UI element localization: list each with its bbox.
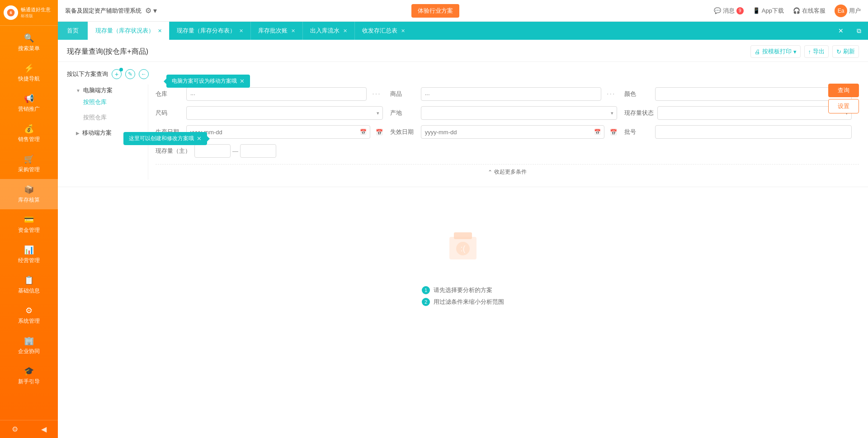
sidebar-item-label-guide: 新手引导 [18,378,40,386]
tab-stock-dist-close[interactable]: ✕ [239,28,243,34]
sidebar-item-finance[interactable]: 💳 资金管理 [0,209,58,240]
close-tab-btn[interactable]: ✕ [832,22,850,40]
operation-icon: 📊 [24,245,34,255]
warehouse-input[interactable] [186,87,367,101]
tab-stock-dist[interactable]: 现存量（库存分布表） ✕ [169,22,250,40]
message-badge: 9 [736,7,744,14]
online-service-btn[interactable]: 🎧 在线客服 [793,7,826,15]
sidebar-item-enterprise[interactable]: 🏢 企业协同 [0,330,58,361]
print-btn[interactable]: 🖨 按模板打印 ▾ [750,45,801,58]
system-icon: ⚙ [25,306,33,316]
sidebar-item-inventory[interactable]: 📦 库存核算 [0,179,58,209]
page-content: 现存量查询(按仓库+商品) 🖨 按模板打印 ▾ ↑ 导出 ↻ [58,40,868,438]
sidebar-item-basic-info[interactable]: 📋 基础信息 [0,270,58,300]
step-num-1: 1 [422,286,430,294]
tab-batch-ledger[interactable]: 库存批次账 ✕ [250,22,302,40]
sidebar-item-purchase[interactable]: 🛒 采购管理 [0,149,58,179]
refresh-icon: ↻ [836,48,841,55]
size-label: 尺码 [156,109,183,117]
print-icon: 🖨 [755,48,760,55]
message-icon: 💬 [714,7,721,14]
sidebar-item-quick-nav[interactable]: ⚡ 快捷导航 [0,58,58,88]
tree-arrow-mobile: ▶ [76,131,80,136]
prod-date-input[interactable] [186,125,370,139]
industry-plan-btn[interactable]: 体验行业方案 [411,4,459,18]
tab-stock-dist-label: 现存量（库存分布表） [177,27,236,35]
search-btn[interactable]: 查询 [828,84,859,97]
user-menu-btn[interactable]: Ea 用户 [835,5,861,17]
popover-create-close[interactable]: ✕ [197,135,202,142]
app-download-btn[interactable]: 📱 App下载 [753,7,784,15]
sidebar-item-guide[interactable]: 🎓 新手引导 [0,361,58,391]
sidebar-item-label-operation: 经营管理 [18,257,40,264]
logo-text-block: 畅通道好生意 标准版 [21,6,51,19]
collapse-sidebar-btn[interactable]: ◀ [41,425,47,433]
size-select-wrap [186,106,383,120]
tab-summary[interactable]: 收发存汇总表 ✕ [354,22,412,40]
tree-item-partial[interactable]: 按照仓库 [67,112,148,123]
guide-icon: 🎓 [24,366,34,376]
warehouse-dots-btn[interactable]: ··· [370,90,382,98]
filter-cell-stock-status: 现存量状态 [624,104,859,122]
sidebar-item-system[interactable]: ⚙ 系统管理 [0,300,58,330]
filter-edit-btn[interactable]: ✎ [125,69,135,79]
reset-btn[interactable]: 设置 [828,99,859,113]
export-btn[interactable]: ↑ 导出 [804,45,829,58]
filter-cell-goods: 商品 ··· [390,85,625,104]
sidebar-item-label-search: 搜索菜单 [18,45,40,52]
filter-arrow-btn[interactable]: ← [139,69,149,79]
empty-icon: :( [440,223,486,277]
tab-home[interactable]: 首页 [58,22,88,40]
print-dropdown-icon: ▾ [793,48,797,55]
tree-item-warehouse[interactable]: 按照仓库 [67,96,148,108]
filter-actions: 查询 设置 [828,84,859,113]
goods-input[interactable] [421,87,601,101]
origin-select[interactable] [421,106,618,120]
size-select[interactable] [186,106,383,120]
stock-qty-label: 现存量（主） [156,147,191,155]
message-btn[interactable]: 💬 消息 9 [714,7,744,15]
filter-cell-color: 颜色 [624,85,859,104]
tab-stock-status[interactable]: 现存量（库存状况表） ✕ [88,22,169,40]
tab-stock-status-close[interactable]: ✕ [158,28,162,34]
collapse-options-btn[interactable]: ⌃ 收起更多条件 [488,168,527,176]
filter-row-3: 生产日期 📅 失效日期 [156,122,859,141]
exp-date-input[interactable] [421,125,605,139]
settings-bottom-btn[interactable]: ⚙ [12,425,18,433]
tab-inout-flow[interactable]: 出入库流水 ✕ [302,22,354,40]
more-options-row: ⌃ 收起更多条件 [156,164,859,179]
tab-inout-flow-close[interactable]: ✕ [343,28,347,34]
goods-dots-btn[interactable]: ··· [605,90,617,98]
page-header: 现存量查询(按仓库+商品) 🖨 按模板打印 ▾ ↑ 导出 ↻ [58,40,868,62]
sidebar-item-operation[interactable]: 📊 经营管理 [0,240,58,270]
restore-tab-btn[interactable]: ⧉ [850,22,868,40]
batch-input[interactable] [655,125,852,139]
popover-scheme-close[interactable]: ✕ [240,78,245,85]
popover-create: 这里可以创建和修改方案哦 ✕ [123,132,207,145]
service-icon: 🎧 [793,7,800,14]
sidebar-item-sales[interactable]: 💰 销售管理 [0,118,58,149]
sidebar-item-marketing[interactable]: 📢 营销推广 [0,88,58,118]
sidebar-item-label-quick: 快捷导航 [18,75,40,83]
svg-rect-3 [454,232,472,239]
exp-date-wrap [421,125,605,139]
stock-qty-to[interactable] [240,144,276,158]
add-btn-wrap: + [112,69,122,79]
inventory-icon: 📦 [24,184,34,194]
tab-summary-close[interactable]: ✕ [401,28,405,34]
svg-text::(: :( [461,244,466,253]
chevron-up-icon: ⌃ [488,169,492,175]
page-title: 现存量查询(按仓库+商品) [67,47,148,57]
stock-status-select[interactable] [657,106,852,120]
tree-item-desktop[interactable]: ▼ 电脑端方案 [67,85,148,96]
color-select[interactable] [655,87,852,101]
tab-batch-ledger-close[interactable]: ✕ [291,28,295,34]
sidebar-item-search-menu[interactable]: 🔍 搜索菜单 [0,28,58,58]
filter-row-4: 现存量（主） — [156,141,859,160]
system-settings-btn[interactable]: ⚙ ▾ [145,6,157,15]
popover-scheme: 电脑方案可设为移动方案哦 ✕ [166,75,250,88]
stock-qty-from[interactable] [194,144,231,158]
refresh-btn[interactable]: ↻ 刷新 [832,45,859,58]
add-btn-indicator [119,68,123,71]
sidebar-bottom: ⚙ ◀ [0,420,58,438]
